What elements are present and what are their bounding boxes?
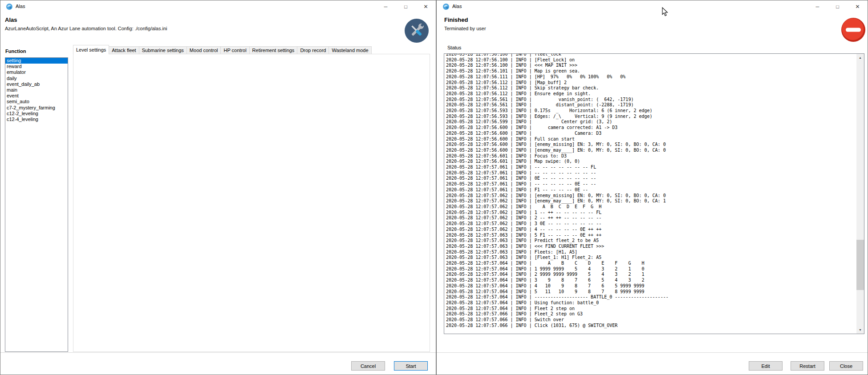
tab-mood-control[interactable]: Mood control [187, 46, 221, 54]
status-label: Status [447, 45, 461, 50]
divider [0, 352, 436, 353]
log-line: 2020-05-28 12:07:57.064 | INFO | Fleet 2… [446, 306, 864, 312]
log-line: 2020-05-28 12:07:56.112 | INFO | [Map_bu… [446, 80, 864, 86]
scroll-down-icon[interactable]: ▼ [856, 326, 864, 334]
log-line: 2020-05-28 12:07:57.062 | INFO | 3 0E --… [446, 221, 864, 227]
log-scrollbar[interactable]: ▲ ▼ [856, 54, 864, 334]
function-listbox[interactable]: settingrewardemulatordailyevent_daily_ab… [5, 57, 68, 352]
log-line: 2020-05-28 12:07:56.601 | INFO | Focus t… [446, 153, 864, 159]
log-line: 2020-05-28 12:07:57.064 | INFO | 2 9999 … [446, 272, 864, 278]
right-window: Alas ─ □ ✕ Finished Terminated by user S… [436, 0, 868, 375]
status-header-title: Finished [444, 16, 468, 23]
log-line: 2020-05-28 12:07:57.064 | INFO | -------… [446, 294, 864, 300]
app-icon [6, 3, 13, 10]
log-line: 2020-05-28 12:07:56.600 | INFO | Camera:… [446, 131, 864, 137]
log-line: 2020-05-28 12:07:57.066 | INFO | Switch … [446, 317, 864, 323]
log-line: 2020-05-28 12:07:56.593 | INFO | 0.175s … [446, 108, 864, 114]
log-line: 2020-05-28 12:07:57.064 | INFO | Using f… [446, 300, 864, 306]
log-line: 2020-05-28 12:07:57.063 | INFO | <<< FIN… [446, 244, 864, 250]
left-titlebar: Alas ─ □ ✕ [0, 0, 436, 13]
scroll-up-icon[interactable]: ▲ [856, 54, 864, 61]
log-line: 2020-05-28 12:07:57.062 | INFO | 1 -- ++… [446, 210, 864, 216]
log-line: 2020-05-28 12:07:56.112 | INFO | Skip st… [446, 85, 864, 91]
log-line: 2020-05-28 12:07:57.062 | INFO | A B C D… [446, 204, 864, 210]
sidebar-item-semi-auto[interactable]: semi_auto [5, 99, 68, 105]
tab-wasteland-mode[interactable]: Wasteland mode [329, 46, 371, 54]
log-line: 2020-05-28 12:07:57.063 | INFO | Predict… [446, 238, 864, 244]
sidebar-item-emulator[interactable]: emulator [5, 69, 68, 75]
tab-retirement-settings[interactable]: Retirement settings [249, 46, 298, 54]
log-line: 2020-05-28 12:07:56.100 | INFO | [Fleet_… [446, 57, 864, 63]
log-output[interactable]: 2020-05-28 12:07:56.100 | INFO | fleet_l… [444, 53, 864, 334]
restart-button[interactable]: Restart [791, 361, 824, 371]
log-line: 2020-05-28 12:07:57.061 | INFO | F1 -- -… [446, 187, 864, 193]
log-line: 2020-05-28 12:07:57.061 | INFO | -- -- -… [446, 181, 864, 187]
log-lines: 2020-05-28 12:07:56.100 | INFO | fleet_l… [446, 53, 864, 328]
minimize-icon[interactable]: ─ [376, 0, 396, 13]
sidebar-item-daily[interactable]: daily [5, 76, 68, 81]
close-icon[interactable]: ✕ [416, 0, 436, 13]
sidebar-item-main[interactable]: main [5, 87, 68, 93]
tab-level-settings[interactable]: Level settings [73, 45, 109, 54]
log-line: 2020-05-28 12:07:56.561 | INFO | vanish_… [446, 97, 864, 103]
close-button[interactable]: Close [829, 361, 863, 371]
log-line: 2020-05-28 12:07:56.600 | INFO | camera … [446, 125, 864, 131]
log-line: 2020-05-28 12:07:56.101 | INFO | Map is … [446, 69, 864, 74]
log-line: 2020-05-28 12:07:56.601 | INFO | Map swi… [446, 159, 864, 165]
cancel-button[interactable]: Cancel [351, 361, 385, 371]
log-line: 2020-05-28 12:07:57.061 | INFO | -- -- -… [446, 170, 864, 176]
sidebar-item-event-daily-ab[interactable]: event_daily_ab [5, 81, 68, 87]
tab-drop-record[interactable]: Drop record [297, 46, 329, 54]
sidebar-item-reward[interactable]: reward [5, 64, 68, 69]
minimize-icon[interactable]: ─ [807, 0, 827, 13]
wrench-screwdriver-icon [404, 18, 429, 43]
close-icon[interactable]: ✕ [848, 0, 868, 13]
log-line: 2020-05-28 12:07:57.062 | INFO | [enemy_… [446, 193, 864, 199]
log-line: 2020-05-28 12:07:57.061 | INFO | -- -- -… [446, 165, 864, 170]
tab-submarine-settings[interactable]: Submarine settings [139, 46, 187, 54]
sidebar-item-c7-2-mystery-farming[interactable]: c7-2_mystery_farming [5, 105, 68, 111]
tab-hp-control[interactable]: HP control [220, 46, 249, 54]
maximize-icon[interactable]: □ [827, 0, 848, 13]
stop-icon [841, 17, 866, 42]
app-header-title: Alas [5, 16, 17, 23]
log-line: 2020-05-28 12:07:57.063 | INFO | Fleets:… [446, 250, 864, 255]
tab-attack-fleet[interactable]: Attack fleet [109, 46, 139, 54]
sidebar-item-c12-4-leveling[interactable]: c12-4_leveling [5, 117, 68, 122]
log-line: 2020-05-28 12:07:56.599 | INFO | Center … [446, 119, 864, 125]
edit-button[interactable]: Edit [749, 361, 783, 371]
sidebar-item-c12-2-leveling[interactable]: c12-2_leveling [5, 111, 68, 117]
log-line: 2020-05-28 12:07:56.111 | INFO | [HP] 97… [446, 74, 864, 80]
start-button[interactable]: Start [394, 361, 428, 371]
left-window: Alas ─ □ ✕ Alas AzurLaneAutoScript, An A… [0, 0, 436, 375]
log-line: 2020-05-28 12:07:57.064 | INFO | 1 9999 … [446, 266, 864, 272]
log-line: 2020-05-28 12:07:56.112 | INFO | Ensure … [446, 91, 864, 97]
log-line: 2020-05-28 12:07:57.064 | INFO | 4 10 9 … [446, 283, 864, 289]
log-line: 2020-05-28 12:07:57.064 | INFO | 5 11 10… [446, 289, 864, 295]
window-title: Alas [16, 4, 25, 9]
app-icon [442, 3, 450, 10]
function-panel-label: Function [5, 48, 26, 54]
divider [437, 352, 868, 353]
sidebar-item-setting[interactable]: setting [5, 58, 68, 64]
log-line: 2020-05-28 12:07:57.066 | INFO | Click (… [446, 323, 864, 329]
desktop: Alas ─ □ ✕ Alas AzurLaneAutoScript, An A… [0, 0, 868, 375]
log-line: 2020-05-28 12:07:57.062 | INFO | [enemy_… [446, 198, 864, 204]
log-line: 2020-05-28 12:07:56.100 | INFO | <<< MAP… [446, 63, 864, 69]
status-header-subtitle: Terminated by user [444, 26, 486, 31]
window-title: Alas [452, 4, 462, 9]
sidebar-item-event[interactable]: event [5, 93, 68, 99]
log-line: 2020-05-28 12:07:57.063 | INFO | 5 F1 --… [446, 233, 864, 238]
maximize-icon[interactable]: □ [396, 0, 416, 13]
log-line: 2020-05-28 12:07:57.064 | INFO | A B C D… [446, 261, 864, 266]
log-line: 2020-05-28 12:07:56.561 | INFO | distant… [446, 102, 864, 108]
settings-tabstrip: Level settingsAttack fleetSubmarine sett… [73, 46, 371, 54]
log-line: 2020-05-28 12:07:57.064 | INFO | 3 9 8 7… [446, 278, 864, 283]
scrollbar-thumb[interactable] [856, 240, 864, 290]
app-header-subtitle: AzurLaneAutoScript, An Azur Lane automat… [5, 26, 167, 31]
log-line: 2020-05-28 12:07:57.062 | INFO | 2 -- ++… [446, 215, 864, 221]
log-line: 2020-05-28 12:07:57.066 | INFO | Fleet_2… [446, 311, 864, 317]
log-line: 2020-05-28 12:07:57.061 | INFO | 0E -- -… [446, 176, 864, 181]
log-line: 2020-05-28 12:07:57.063 | INFO | [Fleet_… [446, 255, 864, 261]
log-line: 2020-05-28 12:07:56.600 | INFO | Full sc… [446, 137, 864, 142]
